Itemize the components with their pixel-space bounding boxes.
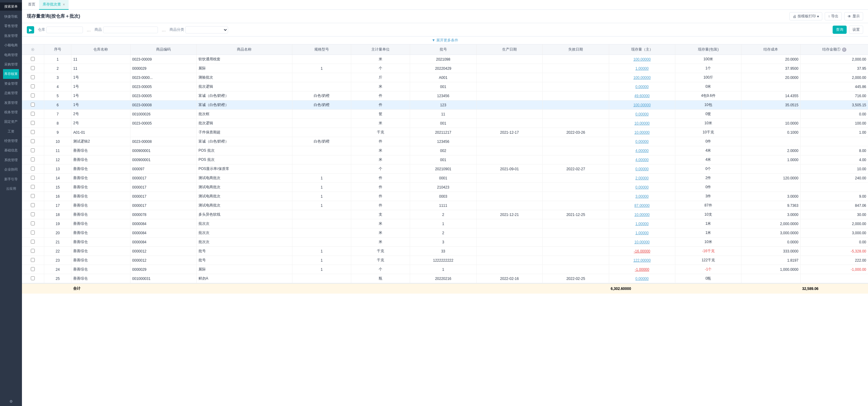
sidebar-item-系统管理[interactable]: 系统管理 bbox=[3, 155, 19, 165]
sidebar-item-电商管理[interactable]: 电商管理 bbox=[3, 50, 19, 60]
goods-input[interactable] bbox=[103, 27, 158, 33]
cell-checkbox[interactable] bbox=[22, 165, 44, 174]
row-checkbox[interactable] bbox=[31, 258, 35, 262]
cell-checkbox[interactable] bbox=[22, 274, 44, 283]
cell-checkbox[interactable] bbox=[22, 55, 44, 64]
sidebar-item-工资[interactable]: 工资 bbox=[3, 127, 19, 136]
sidebar-item-快捷导航[interactable]: 快捷导航 bbox=[3, 12, 19, 21]
row-checkbox[interactable] bbox=[31, 139, 35, 143]
cell-checkbox[interactable] bbox=[22, 82, 44, 91]
row-checkbox[interactable] bbox=[31, 212, 35, 216]
cell-qty_main[interactable]: 10.00000 bbox=[609, 210, 675, 219]
cell-checkbox[interactable] bbox=[22, 64, 44, 73]
sidebar-item-企业协同[interactable]: 企业协同 bbox=[3, 165, 19, 174]
cell-qty_main[interactable]: 100.00000 bbox=[609, 73, 675, 82]
row-checkbox[interactable] bbox=[31, 84, 35, 88]
cell-qty_main[interactable]: 0.00000 bbox=[609, 274, 675, 283]
sidebar-item-资金管理[interactable]: 资金管理 bbox=[3, 79, 19, 88]
cell-qty_main[interactable]: 0.00000 bbox=[609, 137, 675, 146]
filter-arrow-btn[interactable]: ▶ bbox=[27, 26, 34, 34]
sidebar-item-小额电商[interactable]: 小额电商 bbox=[3, 40, 19, 50]
cell-checkbox[interactable] bbox=[22, 183, 44, 192]
cell-qty_main[interactable]: 87.00000 bbox=[609, 201, 675, 210]
cell-checkbox[interactable] bbox=[22, 155, 44, 165]
cell-qty_main[interactable]: -1.00000 bbox=[609, 265, 675, 274]
sidebar-item-库存核算[interactable]: 库存核算 bbox=[3, 69, 19, 78]
sidebar-item-云应用[interactable]: 云应用 bbox=[3, 184, 19, 194]
row-checkbox[interactable] bbox=[31, 148, 35, 152]
row-checkbox[interactable] bbox=[31, 194, 35, 198]
print-button[interactable]: 🖨 按模板打印 ▾ bbox=[789, 12, 822, 21]
cell-checkbox[interactable] bbox=[22, 219, 44, 229]
row-checkbox[interactable] bbox=[31, 112, 35, 116]
cell-qty_main[interactable]: -16.00000 bbox=[609, 247, 675, 256]
settings-button[interactable]: 设置 bbox=[849, 26, 863, 34]
row-checkbox[interactable] bbox=[31, 94, 35, 98]
cell-checkbox[interactable] bbox=[22, 229, 44, 238]
tab-close-库存批次查[interactable]: × bbox=[63, 2, 65, 7]
cell-qty_main[interactable]: 1.00000 bbox=[609, 64, 675, 73]
cell-qty_main[interactable]: 100.00000 bbox=[609, 55, 675, 64]
row-checkbox[interactable] bbox=[31, 66, 35, 70]
cell-checkbox[interactable] bbox=[22, 192, 44, 201]
cell-qty_main[interactable]: 49.60000 bbox=[609, 91, 675, 101]
amount-info-icon[interactable]: ① bbox=[842, 47, 846, 52]
row-checkbox[interactable] bbox=[31, 57, 35, 61]
cell-checkbox[interactable] bbox=[22, 256, 44, 265]
row-checkbox[interactable] bbox=[31, 75, 35, 79]
row-checkbox[interactable] bbox=[31, 130, 35, 134]
sidebar-item-基础信息[interactable]: 基础信息 bbox=[3, 145, 19, 155]
sidebar-settings-btn[interactable]: ⚙ bbox=[0, 397, 22, 406]
toggle-button[interactable]: 👁 显示 bbox=[844, 12, 863, 21]
tab-首页[interactable]: 首页 bbox=[24, 0, 39, 10]
cell-checkbox[interactable] bbox=[22, 119, 44, 128]
row-checkbox[interactable] bbox=[31, 203, 35, 207]
cell-checkbox[interactable] bbox=[22, 265, 44, 274]
sidebar-item-新手引导[interactable]: 新手引导 bbox=[3, 174, 19, 184]
row-checkbox[interactable] bbox=[31, 231, 35, 235]
cell-checkbox[interactable] bbox=[22, 247, 44, 256]
row-checkbox[interactable] bbox=[31, 222, 35, 225]
cell-checkbox[interactable] bbox=[22, 137, 44, 146]
category-select[interactable] bbox=[185, 26, 228, 34]
cell-qty_main[interactable]: 0.00000 bbox=[609, 110, 675, 119]
cell-qty_main[interactable]: 1.00000 bbox=[609, 219, 675, 229]
cell-checkbox[interactable] bbox=[22, 128, 44, 137]
tab-库存批次查[interactable]: 库存批次查× bbox=[39, 0, 69, 10]
cell-qty_main[interactable]: 4.00000 bbox=[609, 146, 675, 155]
cell-checkbox[interactable] bbox=[22, 201, 44, 210]
filter-dots-2[interactable]: … bbox=[162, 27, 166, 32]
sidebar-item-零售管理[interactable]: 零售管理 bbox=[3, 21, 19, 31]
sidebar-item-税务管理[interactable]: 税务管理 bbox=[3, 107, 19, 117]
cell-checkbox[interactable] bbox=[22, 146, 44, 155]
filter-dots-1[interactable]: … bbox=[87, 27, 91, 32]
export-button[interactable]: ↑ 导出 bbox=[825, 12, 842, 21]
row-checkbox[interactable] bbox=[31, 185, 35, 189]
row-checkbox[interactable] bbox=[31, 276, 35, 280]
expand-more-button[interactable]: ▼ 展开更多条件 bbox=[432, 38, 458, 43]
cell-checkbox[interactable] bbox=[22, 210, 44, 219]
search-button[interactable]: 查询 bbox=[833, 26, 847, 34]
row-checkbox[interactable] bbox=[31, 240, 35, 244]
cell-qty_main[interactable]: 0.00000 bbox=[609, 82, 675, 91]
cell-qty_main[interactable]: 0.00000 bbox=[609, 183, 675, 192]
cell-checkbox[interactable] bbox=[22, 101, 44, 110]
sidebar-item-固定资产[interactable]: 固定资产 bbox=[3, 117, 19, 126]
sidebar-item-批发管理[interactable]: 批发管理 bbox=[3, 31, 19, 40]
cell-qty_main[interactable]: 1.00000 bbox=[609, 229, 675, 238]
sidebar-item-经营管理[interactable]: 经营管理 bbox=[3, 136, 19, 145]
row-checkbox[interactable] bbox=[31, 103, 35, 107]
cell-checkbox[interactable] bbox=[22, 174, 44, 183]
row-checkbox[interactable] bbox=[31, 267, 35, 271]
cell-qty_main[interactable]: 100.00000 bbox=[609, 101, 675, 110]
warehouse-input[interactable] bbox=[46, 27, 83, 33]
cell-checkbox[interactable] bbox=[22, 110, 44, 119]
sidebar-search-menu[interactable]: 搜索菜单 bbox=[0, 2, 22, 11]
cell-checkbox[interactable] bbox=[22, 73, 44, 82]
cell-qty_main[interactable]: 10.00000 bbox=[609, 238, 675, 247]
sidebar-item-发票管理[interactable]: 发票管理 bbox=[3, 98, 19, 107]
cell-qty_main[interactable]: 10.00000 bbox=[609, 128, 675, 137]
row-checkbox[interactable] bbox=[31, 176, 35, 180]
cell-checkbox[interactable] bbox=[22, 91, 44, 101]
cell-qty_main[interactable]: 0.00000 bbox=[609, 165, 675, 174]
